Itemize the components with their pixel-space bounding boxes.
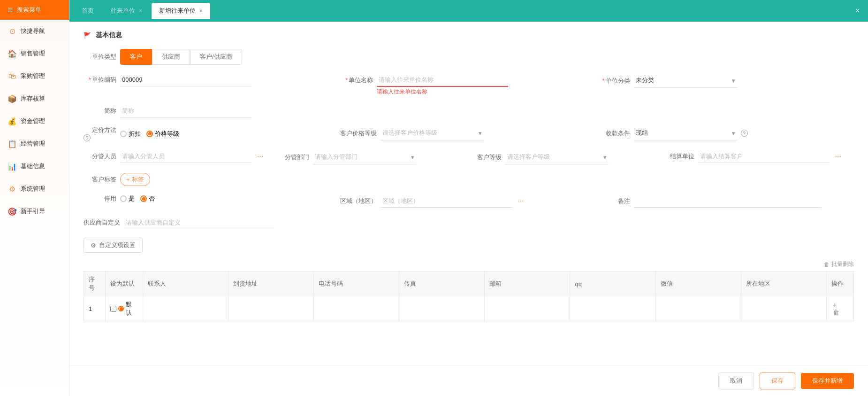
pricing-discount-option[interactable]: 折扣 [120,130,141,138]
customer-price-level-select[interactable]: 请选择客户价格等级 ▾ [381,126,484,140]
customer-level-select[interactable]: 请选择客户等级 ▾ [505,150,609,164]
unit-code-input[interactable] [120,73,251,86]
email-input[interactable] [489,305,565,312]
tag-add-icon: + [126,176,130,183]
payment-terms-field: 收款条件 现结 ▾ ? [597,126,854,140]
unit-category-select[interactable]: 未分类 ▾ [634,73,737,88]
flag-icon: 🚩 [84,32,91,39]
customer-price-level-placeholder: 请选择客户价格等级 [382,129,437,137]
sidebar-item-system[interactable]: ⚙ 系统管理 [0,178,69,200]
tab-new-partner[interactable]: 新增往来单位 × [152,3,210,19]
sidebar-item-quick-nav[interactable]: ⊙ 快捷导航 [0,20,69,42]
col-contact: 联系人 [143,272,228,296]
abbr-field: 简称 [84,104,854,117]
sidebar-item-guide[interactable]: 🎯 新手引导 [0,200,69,223]
remark-input[interactable] [634,194,822,208]
contact-input[interactable] [148,305,223,312]
phone-input[interactable] [319,305,394,312]
manager-row: 分管人员 ··· 分管部门 请输入分管部门 ▾ 客户等级 请选择客户等级 ▾ 结… [84,150,854,164]
unit-category-field: *单位分类 未分类 ▾ [597,73,854,88]
unit-category-value: 未分类 [636,76,654,85]
sidebar-label-sales: 销售管理 [21,49,45,58]
disable-no-option[interactable]: 否 [140,194,155,203]
guide-icon: 🎯 [8,207,17,216]
unit-category-label: *单位分类 [597,77,630,85]
supplier-custom-input[interactable] [124,216,274,229]
row-delete-btn[interactable]: 🗑 [831,309,841,316]
col-phone: 电话号码 [314,272,399,296]
cancel-button[interactable]: 取消 [718,373,754,389]
col-address: 到货地址 [228,272,313,296]
sidebar-item-inventory[interactable]: 📦 库存核算 [0,87,69,110]
pricing-level-option[interactable]: 价格等级 [146,130,179,138]
default-label: 默认 [126,300,138,317]
save-button[interactable]: 保存 [760,373,795,389]
unit-name-label: *单位名称 [340,76,373,85]
unit-btn-supplier[interactable]: 供应商 [152,49,190,65]
save-new-button[interactable]: 保存并新增 [801,373,854,389]
level-label: 价格等级 [155,130,179,138]
sidebar-item-sales[interactable]: 🏠 销售管理 [0,42,69,65]
abbr-row: 简称 [84,104,854,117]
sidebar-search[interactable]: ☰ 搜索菜单 [0,0,69,20]
region-input[interactable] [381,194,512,208]
unit-btn-customer[interactable]: 客户 [120,49,152,65]
default-radio[interactable] [118,306,124,311]
col-fax: 传真 [399,272,485,296]
basic-icon: 📊 [8,162,17,171]
pricing-help-icon[interactable]: ? [84,134,91,141]
qq-input[interactable] [575,305,650,312]
customer-price-level-field: 客户价格等级 请选择客户价格等级 ▾ [340,126,597,140]
manager-input[interactable] [120,150,251,163]
sidebar-search-label: 搜索菜单 [17,6,41,14]
manager-more-btn[interactable]: ··· [255,152,265,161]
row-checkbox[interactable] [110,306,116,312]
wechat-input[interactable] [661,305,736,312]
row-address [228,296,313,321]
sidebar-item-finance[interactable]: 💰 资金管理 [0,110,69,132]
sidebar-label-guide: 新手引导 [21,207,45,216]
region-cell-input[interactable] [746,305,822,312]
supplier-custom-label: 供应商自定义 [84,218,120,227]
unit-btn-both[interactable]: 客户/供应商 [190,49,242,65]
col-wechat: 微信 [655,272,741,296]
disable-no-label: 否 [149,194,155,203]
main-content: 首页 往来单位 × 新增往来单位 × × 🚩 基本信息 单位类型 客户 供应商 … [69,0,868,396]
pricing-row: 定价方法 ? 折扣 价格等级 客户价格等级 请选择客户价 [84,126,854,141]
tab-home[interactable]: 首页 [74,3,101,19]
row-email [485,296,570,321]
settlement-input[interactable] [698,150,830,163]
main-close-button[interactable]: × [852,5,863,17]
address-input[interactable] [233,305,309,312]
discount-radio-circle [120,131,127,137]
col-default: 设为默认 [106,272,143,296]
unit-type-row: 单位类型 客户 供应商 客户/供应商 [84,49,854,65]
sidebar-item-operation[interactable]: 📋 经营管理 [0,132,69,155]
unit-name-input[interactable] [377,73,508,87]
sidebar-item-purchase[interactable]: 🛍 采购管理 [0,65,69,87]
sidebar: ☰ 搜索菜单 ⊙ 快捷导航 🏠 销售管理 🛍 采购管理 📦 库存核算 💰 资金管… [0,0,69,396]
row-add-btn[interactable]: + [831,301,838,309]
disable-yes-label: 是 [129,194,135,203]
tab-new-partner-close[interactable]: × [199,8,203,14]
region-more-btn[interactable]: ··· [516,197,525,205]
payment-terms-select[interactable]: 现结 ▾ [634,126,737,140]
payment-terms-help-icon[interactable]: ? [741,130,748,137]
sidebar-item-basic[interactable]: 📊 基础信息 [0,155,69,178]
tab-partners-close[interactable]: × [139,8,142,14]
sidebar-label-inventory: 库存核算 [21,94,45,103]
custom-settings-button[interactable]: ⚙ 自定义项设置 [84,238,143,253]
row-phone [314,296,399,321]
unit-name-wrapper: *单位名称 请输入往来单位名称 [340,73,597,96]
fax-input[interactable] [404,305,480,312]
tab-partners[interactable]: 往来单位 × [103,3,150,19]
customer-level-placeholder: 请选择客户等级 [507,153,550,161]
disable-yes-option[interactable]: 是 [120,194,135,203]
department-select[interactable]: 请输入分管部门 ▾ [313,150,416,164]
payment-terms-label: 收款条件 [597,129,630,138]
tag-add-button[interactable]: + 标签 [120,173,150,186]
system-icon: ⚙ [8,184,17,194]
batch-delete-label[interactable]: 批量删除 [831,260,854,268]
abbr-input[interactable] [120,104,251,117]
settlement-more-btn[interactable]: ··· [833,152,843,161]
